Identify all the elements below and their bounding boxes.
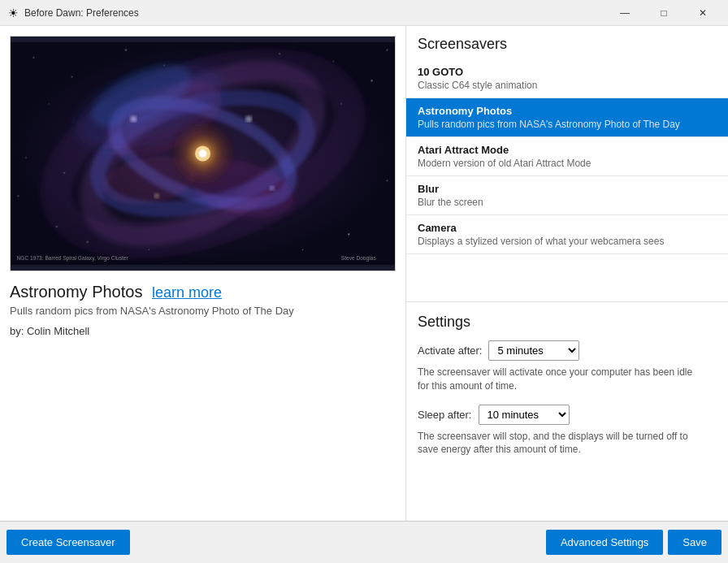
svg-point-33	[199, 149, 206, 157]
learn-more-link[interactable]: learn more	[152, 284, 222, 301]
settings-heading: Settings	[418, 314, 717, 331]
svg-point-1	[32, 57, 34, 58]
sleep-label: Sleep after:	[418, 409, 472, 421]
svg-point-8	[387, 49, 388, 50]
svg-point-2	[72, 76, 73, 78]
screensavers-heading: Screensavers	[406, 26, 728, 59]
main-content: NGC 1973: Barred Spiral Galaxy, Virgo Cl…	[0, 26, 728, 521]
svg-text:Steve Douglas: Steve Douglas	[341, 255, 377, 262]
sleep-hint: The screensaver will stop, and the displ…	[418, 430, 694, 457]
activate-hint: The screensaver will activate once your …	[418, 366, 694, 393]
selected-author: by: Colin Mitchell	[10, 325, 396, 337]
create-screensaver-button[interactable]: Create Screensaver	[6, 530, 130, 555]
screensaver-item-desc: Displays a stylized version of what your…	[418, 236, 717, 247]
screensaver-item-name: Blur	[418, 183, 717, 195]
svg-point-35	[270, 186, 275, 191]
screensaver-item-name: Camera	[418, 222, 717, 234]
app-icon: ☀	[6, 6, 20, 19]
activate-row: Activate after: 1 minute2 minutes5 minut…	[418, 340, 717, 361]
right-panel: Screensavers 10 GOTOClassic C64 style an…	[406, 26, 728, 521]
screensaver-item-name: 10 GOTO	[418, 66, 717, 78]
maximize-button[interactable]: □	[645, 0, 682, 26]
screensaver-list[interactable]: 10 GOTOClassic C64 style animationAstron…	[406, 59, 728, 301]
minimize-button[interactable]: —	[606, 0, 644, 26]
window-title: Before Dawn: Preferences	[24, 7, 606, 19]
screensaver-item-name: Astronomy Photos	[418, 105, 717, 117]
svg-point-36	[154, 193, 159, 198]
svg-point-3	[125, 49, 127, 50]
close-button[interactable]: ✕	[684, 0, 722, 26]
screensaver-item-name: Atari Attract Mode	[418, 144, 717, 156]
svg-text:NGC 1973: Barred Spiral Galaxy: NGC 1973: Barred Spiral Galaxy, Virgo Cl…	[17, 255, 129, 262]
selected-name: Astronomy Photos learn more	[10, 283, 396, 301]
screensaver-list-item[interactable]: Atari Attract ModeModern version of old …	[406, 137, 728, 176]
svg-point-9	[49, 103, 50, 104]
selected-description: Pulls random pics from NASA's Astronomy …	[10, 305, 396, 317]
svg-point-37	[245, 116, 252, 123]
titlebar: ☀ Before Dawn: Preferences — □ ✕	[0, 0, 728, 26]
screensaver-list-item[interactable]: 10 GOTOClassic C64 style animation	[406, 59, 728, 98]
bottom-right-buttons: Advanced Settings Save	[546, 530, 722, 555]
screensaver-item-desc: Pulls random pics from NASA's Astronomy …	[418, 119, 717, 130]
activate-select[interactable]: 1 minute2 minutes5 minutes10 minutes15 m…	[488, 340, 579, 361]
screensaver-item-desc: Modern version of old Atari Attract Mode	[418, 158, 717, 169]
sleep-select[interactable]: Never5 minutes10 minutes15 minutes30 min…	[479, 405, 570, 425]
screensaver-list-item[interactable]: Astronomy PhotosPulls random pics from N…	[406, 98, 728, 137]
settings-section: Settings Activate after: 1 minute2 minut…	[406, 302, 728, 521]
save-button[interactable]: Save	[668, 530, 722, 555]
svg-point-6	[333, 61, 335, 63]
svg-point-16	[302, 249, 304, 250]
svg-point-17	[387, 180, 388, 181]
svg-point-14	[18, 195, 20, 197]
preview-image: NGC 1973: Barred Spiral Galaxy, Virgo Cl…	[10, 36, 396, 271]
activate-label: Activate after:	[418, 344, 482, 357]
info-section: Astronomy Photos learn more Pulls random…	[10, 271, 396, 511]
sleep-row: Sleep after: Never5 minutes10 minutes15 …	[418, 405, 717, 425]
svg-point-34	[131, 116, 137, 123]
window-controls: — □ ✕	[606, 0, 722, 26]
left-panel: NGC 1973: Barred Spiral Galaxy, Virgo Cl…	[0, 26, 406, 521]
svg-point-7	[371, 80, 373, 81]
screensaver-list-item[interactable]: CameraDisplays a stylized version of wha…	[406, 215, 728, 254]
bottom-bar: Create Screensaver Advanced Settings Sav…	[0, 521, 728, 563]
svg-point-18	[25, 157, 26, 158]
advanced-settings-button[interactable]: Advanced Settings	[546, 530, 663, 555]
screensaver-list-item[interactable]: BlurBlur the screen	[406, 176, 728, 215]
screensavers-section: Screensavers 10 GOTOClassic C64 style an…	[406, 26, 728, 302]
svg-point-12	[348, 233, 349, 235]
screensaver-item-desc: Blur the screen	[418, 197, 717, 208]
screensaver-item-desc: Classic C64 style animation	[418, 80, 717, 91]
